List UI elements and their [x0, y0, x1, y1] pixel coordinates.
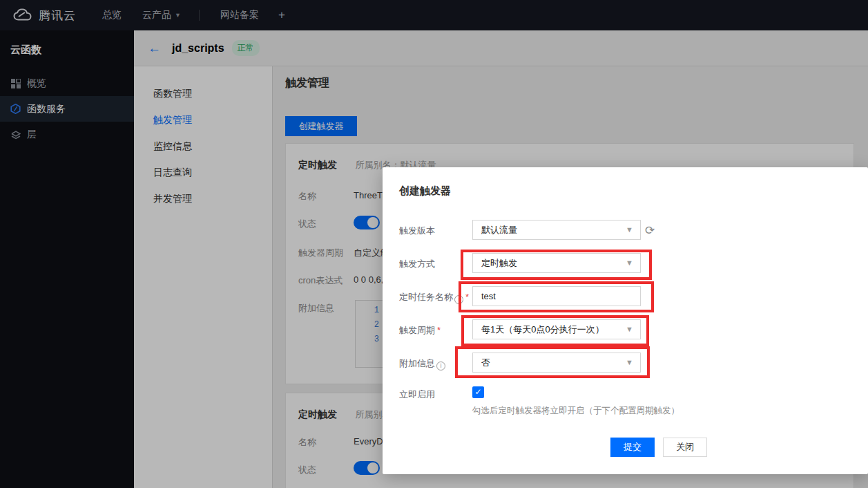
- trigger-method-label: 触发方式: [399, 258, 435, 270]
- enable-help-text: 勾选后定时触发器将立即开启（于下个配置周期触发）: [472, 405, 679, 417]
- info-icon: i: [436, 362, 445, 370]
- trigger-method-select[interactable]: 定时触发 ▼: [472, 253, 641, 273]
- trigger-cycle-select[interactable]: 每1天（每天0点0分执行一次） ▼: [472, 319, 641, 339]
- close-button[interactable]: 关闭: [663, 438, 707, 457]
- required-asterisk: *: [465, 292, 469, 302]
- extra-info-select[interactable]: 否 ▼: [472, 353, 641, 373]
- enable-now-checkbox[interactable]: ✓: [472, 386, 484, 398]
- create-trigger-modal: 创建触发器 触发版本 默认流量 ▼ ⟳ 触发方式 定时触发 ▼ 定时任务名称i*…: [383, 167, 868, 474]
- task-name-input[interactable]: [472, 286, 641, 306]
- submit-button[interactable]: 提交: [610, 438, 655, 457]
- task-name-label: 定时任务名称i*: [399, 291, 469, 304]
- app-root: 腾讯云 总览 云产品 ▼ 网站备案 + 云函数 概览: [0, 0, 868, 488]
- required-asterisk: *: [437, 325, 441, 335]
- chevron-down-icon: ▼: [626, 254, 633, 272]
- chevron-down-icon: ▼: [626, 320, 633, 339]
- chevron-down-icon: ▼: [626, 220, 633, 239]
- chevron-down-icon: ▼: [626, 353, 633, 372]
- trigger-version-label: 触发版本: [399, 225, 435, 237]
- trigger-cycle-label: 触发周期*: [399, 324, 441, 337]
- info-icon: i: [454, 295, 463, 304]
- extra-info-label: 附加信息i: [399, 357, 445, 370]
- refresh-icon[interactable]: ⟳: [645, 223, 655, 238]
- trigger-version-select[interactable]: 默认流量 ▼: [472, 220, 641, 240]
- enable-now-label: 立即启用: [399, 388, 435, 401]
- modal-title: 创建触发器: [399, 185, 451, 198]
